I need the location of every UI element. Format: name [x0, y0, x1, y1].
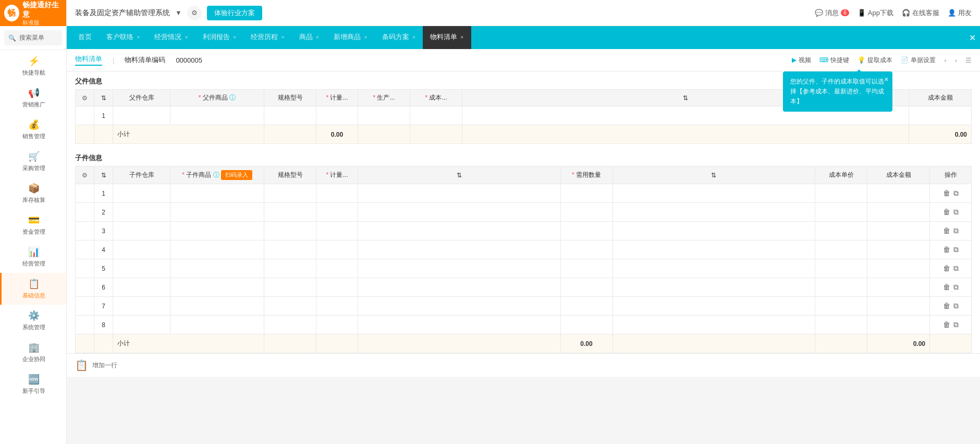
sidebar-item-enterprise[interactable]: 🏢 企业协同 [0, 337, 66, 368]
child-col-sort2: ⇅ [358, 166, 561, 184]
sidebar-item-operation[interactable]: 📊 经营管理 [0, 241, 66, 273]
sidebar-item-finance[interactable]: 💳 资金管理 [0, 209, 66, 241]
delete-icon-1[interactable]: 🗑 [943, 189, 950, 198]
cost-button[interactable]: 💡 提取成本 × 您的父件、子件的成本取值可以选择【参考成本、最新进价、平均成本… [858, 56, 892, 65]
finance-icon: 💳 [28, 214, 40, 226]
tab-bill-list[interactable]: 物料清单 [75, 54, 102, 66]
tab-close-1[interactable]: × [137, 34, 140, 40]
tab-close-7[interactable]: × [412, 34, 415, 40]
child-col-unit: * 计量... [316, 166, 358, 184]
view-video-button[interactable]: ▶ 视频 [792, 56, 811, 65]
nav-tab-6[interactable]: 新增商品× [326, 26, 374, 49]
nav-tab-1[interactable]: 客户联络× [99, 26, 147, 49]
tooltip-close-icon[interactable]: × [884, 74, 888, 85]
parent-subtotal-label: 小计 [113, 125, 264, 144]
child-settings-icon[interactable]: ⚙ [82, 172, 88, 179]
delete-icon-8[interactable]: 🗑 [943, 320, 950, 329]
mobile-icon: 📱 [858, 9, 866, 17]
search-menu-button[interactable]: 🔍 搜索菜单 [4, 30, 62, 45]
content-area: 物料清单 | 物料清单编码 0000005 ▶ 视频 ⌨ 快捷键 💡 提取成 [67, 49, 980, 444]
tab-label-8: 物料清单 [430, 32, 457, 42]
video-icon: ▶ [792, 56, 797, 64]
nav-tab-2[interactable]: 经营情况× [147, 26, 195, 49]
nav-next-icon[interactable]: › [955, 56, 957, 64]
parent-settings-icon[interactable]: ⚙ [82, 94, 88, 102]
child-col-cost-amount: 成本金额 [867, 166, 930, 184]
sidebar-item-basic-info[interactable]: 📋 基础信息 [0, 273, 66, 305]
copy-icon-1[interactable]: ⧉ [953, 189, 959, 198]
sidebar-item-system[interactable]: ⚙️ 系统管理 [0, 305, 66, 337]
scan-input-button[interactable]: 扫码录入 [221, 170, 252, 180]
sidebar-search-area: 🔍 搜索菜单 [0, 26, 66, 50]
nav-tab-4[interactable]: 经营历程× [243, 26, 291, 49]
user-menu[interactable]: 👤 用友 [948, 8, 972, 18]
shortcut-button[interactable]: ⌨ 快捷键 [819, 56, 849, 65]
copy-icon-6[interactable]: ⧉ [953, 283, 959, 292]
copy-icon-5[interactable]: ⧉ [953, 264, 959, 273]
delete-icon-4[interactable]: 🗑 [943, 245, 950, 254]
online-service-button[interactable]: 🎧 在线客服 [902, 8, 939, 18]
tab-close-4[interactable]: × [281, 34, 284, 40]
menu-icon[interactable]: ☰ [965, 56, 972, 64]
child-row-6: 6 🗑 ⧉ [76, 278, 972, 297]
copy-icon-2[interactable]: ⧉ [953, 208, 959, 217]
tab-close-6[interactable]: × [364, 34, 367, 40]
header-left: 装备及固定资产辅助管理系统 ▼ ⚙ 体验行业方案 [75, 6, 262, 20]
parent-col-cost: * 成本... [410, 90, 462, 106]
sidebar-item-marketing[interactable]: 📢 营销推广 [0, 82, 66, 114]
nav-prev-icon[interactable]: ‹ [944, 56, 946, 64]
delete-icon-6[interactable]: 🗑 [943, 283, 950, 292]
nav-tab-7[interactable]: 条码方案× [375, 26, 423, 49]
keyboard-icon: ⌨ [819, 56, 828, 64]
tab-label-2: 经营情况 [154, 32, 181, 42]
copy-icon-4[interactable]: ⧉ [953, 245, 959, 254]
nav-tab-3[interactable]: 利润报告× [195, 26, 243, 49]
child-col-product: * 子件商品 ⓘ 扫码录入 [170, 166, 264, 184]
basic-info-icon: 📋 [28, 278, 40, 290]
tab-close-2[interactable]: × [185, 34, 188, 40]
sidebar-item-guide[interactable]: 🆕 新手引导 [0, 368, 66, 400]
tab-close-5[interactable]: × [316, 34, 319, 40]
operation-icon: 📊 [28, 246, 40, 258]
expand-icon[interactable]: 📋 [75, 359, 88, 371]
sidebar-item-inventory[interactable]: 📦 库存核算 [0, 177, 66, 209]
delete-icon-5[interactable]: 🗑 [943, 264, 950, 273]
sidebar-item-sales[interactable]: 💰 销售管理 [0, 114, 66, 146]
nav-tab-8[interactable]: 物料清单× [423, 26, 471, 49]
copy-icon-8[interactable]: ⧉ [953, 320, 959, 329]
app-download-button[interactable]: 📱 App下载 [858, 8, 893, 18]
system-title: 装备及固定资产辅助管理系统 [75, 8, 170, 18]
parent-col-spec: 规格型号 [264, 90, 316, 106]
nav-tab-5[interactable]: 商品× [292, 26, 326, 49]
copy-icon-3[interactable]: ⧉ [953, 226, 959, 235]
sidebar-item-purchase[interactable]: 🛒 采购管理 [0, 146, 66, 177]
try-button[interactable]: 体验行业方案 [207, 6, 262, 20]
header-right: 💬 消息 6 📱 App下载 🎧 在线客服 👤 用友 [815, 8, 972, 18]
tab-close-8[interactable]: × [460, 34, 463, 40]
child-row-8: 8 🗑 ⧉ [76, 316, 972, 334]
header-dropdown-icon[interactable]: ▼ [175, 9, 182, 17]
single-settings-button[interactable]: 📄 单据设置 [901, 56, 936, 65]
tab-label-6: 新增商品 [334, 32, 361, 42]
nav-tab-0[interactable]: 首页 [71, 26, 99, 49]
tab-close-3[interactable]: × [233, 34, 236, 40]
parent-col-product: * 父件商品 ⓘ [170, 90, 264, 106]
inventory-icon: 📦 [28, 183, 40, 194]
settings-icon[interactable]: ⚙ [187, 6, 202, 20]
enterprise-icon: 🏢 [28, 342, 40, 353]
cost-tooltip: × 您的父件、子件的成本取值可以选择【参考成本、最新进价、平均成本】 [783, 71, 892, 112]
search-icon: 🔍 [8, 34, 16, 42]
sidebar-item-quick-nav[interactable]: ⚡ 快捷导航 [0, 50, 66, 82]
delete-icon-7[interactable]: 🗑 [943, 302, 950, 310]
child-row-3: 3 🗑 ⧉ [76, 222, 972, 241]
purchase-icon: 🛒 [28, 151, 40, 162]
tab-bill-code[interactable]: 物料清单编码 [125, 55, 165, 65]
copy-icon-7[interactable]: ⧉ [953, 302, 959, 310]
add-row-hint: 增加一行 [92, 361, 117, 370]
delete-icon-3[interactable]: 🗑 [943, 226, 950, 235]
close-all-tabs-icon[interactable]: ✕ [969, 33, 976, 43]
delete-icon-2[interactable]: 🗑 [943, 208, 950, 217]
bill-code: 0000005 [176, 56, 202, 64]
cost-icon: 💡 [858, 56, 865, 64]
message-button[interactable]: 💬 消息 6 [815, 8, 849, 18]
